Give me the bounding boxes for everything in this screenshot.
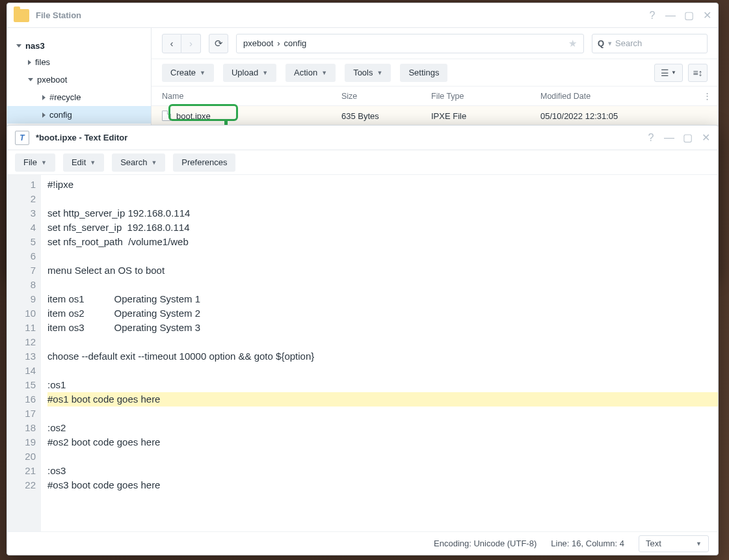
maximize-icon[interactable]: ▢ — [684, 11, 693, 20]
column-name[interactable]: Name — [162, 92, 341, 101]
search-icon: Q — [598, 38, 604, 48]
file-date: 05/10/2022 12:31:05 — [540, 111, 718, 121]
tree-item-files[interactable]: files — [7, 53, 151, 71]
tree-item-label: #recycle — [49, 92, 81, 102]
tools-button[interactable]: Tools▼ — [345, 64, 391, 82]
text-editor-title: *boot.ipxe - Text Editor — [36, 133, 127, 142]
chevron-down-icon — [16, 44, 21, 47]
code-content[interactable]: #!ipxeset http_server_ip 192.168.0.114se… — [41, 175, 718, 531]
column-date[interactable]: Modified Date — [540, 92, 718, 101]
menu-search[interactable]: Search▼ — [112, 153, 165, 172]
create-button[interactable]: Create▼ — [162, 64, 214, 82]
chevron-down-icon — [28, 78, 33, 81]
menu-file[interactable]: File▼ — [15, 153, 55, 172]
breadcrumb-part: pxeboot — [243, 38, 273, 48]
text-editor-window: T *boot.ipxe - Text Editor ? — ▢ ✕ File▼… — [7, 125, 719, 555]
chevron-right-icon — [42, 95, 46, 100]
search-placeholder: Search — [615, 38, 642, 48]
line-number-gutter: 12345678910111213141516171819202122 — [7, 175, 41, 531]
minimize-icon[interactable]: — — [665, 133, 674, 142]
minimize-icon[interactable]: — — [666, 11, 675, 20]
file-name: boot.ipxe — [176, 111, 211, 121]
tree-item-recycle[interactable]: #recycle — [7, 88, 151, 106]
file-size: 635 Bytes — [341, 111, 431, 121]
chevron-right-icon — [28, 60, 31, 65]
chevron-right-icon: › — [277, 38, 280, 48]
help-icon[interactable]: ? — [648, 11, 657, 20]
menu-edit[interactable]: Edit▼ — [63, 153, 104, 172]
text-editor-icon: T — [15, 131, 29, 145]
close-icon[interactable]: ✕ — [702, 11, 711, 20]
star-icon[interactable]: ★ — [568, 38, 577, 49]
file-list-header: Name Size File Type Modified Date ⋮ — [152, 87, 718, 106]
status-encoding: Encoding: Unicode (UTF-8) — [434, 539, 537, 548]
column-size[interactable]: Size — [341, 92, 431, 101]
text-editor-titlebar[interactable]: T *boot.ipxe - Text Editor ? — ▢ ✕ — [7, 126, 718, 150]
file-row[interactable]: boot.ipxe 635 Bytes IPXE File 05/10/2022… — [152, 106, 718, 126]
format-select[interactable]: Text▼ — [639, 535, 709, 552]
file-station-titlebar[interactable]: File Station ? — ▢ ✕ — [7, 3, 718, 28]
status-bar: Encoding: Unicode (UTF-8) Line: 16, Colu… — [7, 531, 718, 555]
tree-root-label: nas3 — [25, 41, 45, 51]
tree-root[interactable]: nas3 — [7, 38, 151, 53]
action-button[interactable]: Action▼ — [285, 64, 336, 82]
status-position: Line: 16, Column: 4 — [551, 539, 624, 548]
maximize-icon[interactable]: ▢ — [683, 133, 692, 142]
tree-item-pxeboot[interactable]: pxeboot — [7, 71, 151, 88]
view-mode-button[interactable]: ☰ ▼ — [654, 64, 683, 82]
tree-item-config[interactable]: config — [7, 106, 151, 124]
upload-button[interactable]: Upload▼ — [223, 64, 276, 82]
close-icon[interactable]: ✕ — [701, 133, 710, 142]
nav-forward-button[interactable]: › — [181, 34, 201, 53]
more-columns-icon[interactable]: ⋮ — [703, 91, 711, 101]
help-icon[interactable]: ? — [646, 133, 656, 142]
menu-preferences[interactable]: Preferences — [173, 153, 235, 172]
folder-icon — [14, 9, 29, 22]
refresh-button[interactable]: ⟳ — [209, 34, 228, 53]
breadcrumb-part: config — [284, 38, 307, 48]
file-station-title: File Station — [36, 10, 81, 20]
tree-item-label: config — [49, 110, 72, 120]
nav-back-button[interactable]: ‹ — [162, 34, 181, 53]
search-input[interactable]: Q▼ Search — [592, 34, 708, 53]
settings-button[interactable]: Settings — [400, 64, 447, 82]
column-type[interactable]: File Type — [431, 92, 540, 101]
tree-item-label: pxeboot — [37, 75, 67, 85]
file-type: IPXE File — [431, 111, 540, 121]
sort-button[interactable]: ≡↕ — [688, 64, 708, 82]
breadcrumb[interactable]: pxeboot › config ★ — [236, 34, 584, 53]
code-editor[interactable]: 12345678910111213141516171819202122 #!ip… — [7, 175, 718, 531]
tree-item-label: files — [35, 57, 50, 67]
file-icon — [162, 111, 171, 121]
chevron-right-icon — [42, 113, 46, 118]
